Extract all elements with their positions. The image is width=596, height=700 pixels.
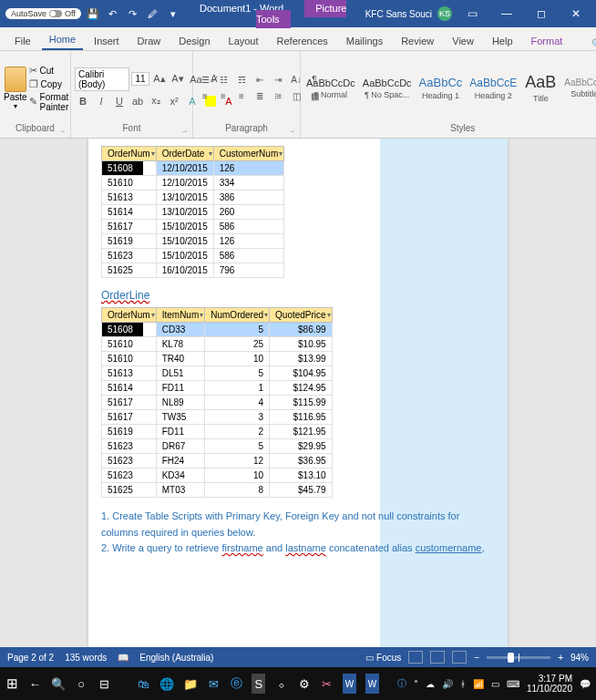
style-tile[interactable]: AaBbCcHeading 1	[417, 72, 465, 104]
close-button[interactable]: ✕	[561, 1, 591, 26]
table-row[interactable]: 5161012/10/2015334	[102, 176, 284, 190]
account-name[interactable]: KFC Sans Souci	[365, 9, 432, 19]
column-header[interactable]: QuotedPrice▾	[270, 308, 333, 323]
underline-button[interactable]: U	[111, 93, 128, 109]
table-row[interactable]: 5161413/10/2015260	[102, 205, 284, 220]
styles-gallery[interactable]: AaBbCcDc¶ NormalAaBbCcDc¶ No Spac...AaBb…	[304, 69, 596, 107]
column-header[interactable]: OrderNum▾	[102, 147, 157, 161]
network-icon[interactable]: 📶	[473, 679, 484, 689]
multilevel-icon[interactable]: ☶	[233, 73, 250, 88]
table-row[interactable]: 51625MT038$45.79	[102, 483, 333, 498]
store-icon[interactable]: 🛍	[137, 674, 150, 694]
table-row[interactable]: 51623DR675$29.95	[102, 439, 333, 454]
table-row[interactable]: 51617TW353$116.95	[102, 410, 333, 425]
column-header[interactable]: NumOrdered▾	[205, 308, 270, 323]
minimize-button[interactable]: —	[492, 1, 521, 26]
table-row[interactable]: 51613DL515$104.95	[102, 366, 333, 381]
style-tile[interactable]: AaBTitle	[522, 69, 559, 107]
copy-button[interactable]: Copy	[29, 78, 69, 90]
accessibility-icon[interactable]: 🖉	[145, 5, 161, 22]
back-icon[interactable]: ←	[28, 674, 42, 694]
column-header[interactable]: OrderDate▾	[156, 147, 213, 161]
tab-references[interactable]: References	[270, 32, 335, 50]
tray-help-icon[interactable]: ⓘ	[397, 677, 406, 690]
document-area[interactable]: OrderNum▾OrderDate▾CustomerNum▾5160812/1…	[0, 139, 596, 647]
table-row[interactable]: 5162516/10/2015796	[102, 263, 284, 278]
spellcheck-icon[interactable]: 📖	[118, 653, 128, 663]
align-left-icon[interactable]: ≡	[197, 89, 213, 104]
tab-layout[interactable]: Layout	[221, 32, 266, 50]
line-spacing-icon[interactable]: ⁝≡	[270, 89, 286, 104]
numbering-icon[interactable]: ☷	[215, 73, 231, 88]
tab-draw[interactable]: Draw	[130, 32, 169, 50]
bold-button[interactable]: B	[75, 93, 91, 109]
keyboard-icon[interactable]: ⌨	[507, 679, 519, 689]
table-row[interactable]: 51610TR4010$13.99	[102, 352, 333, 366]
style-tile[interactable]: AaBbCcDc¶ No Spac...	[361, 74, 414, 103]
start-button[interactable]: ⊞	[5, 674, 19, 694]
column-header[interactable]: ItemNum▾	[156, 308, 205, 323]
battery-icon[interactable]: ▭	[491, 679, 499, 689]
account-avatar[interactable]: KS	[437, 6, 452, 21]
table-row[interactable]: 5161915/10/2015126	[102, 234, 284, 249]
shrink-font-icon[interactable]: A▾	[170, 71, 186, 88]
settings-icon[interactable]: ⚙	[297, 674, 311, 694]
table-row[interactable]: 51614FD111$124.95	[102, 381, 333, 396]
word-count[interactable]: 135 words	[65, 653, 107, 663]
format-painter-button[interactable]: Format Painter	[29, 92, 69, 112]
tab-review[interactable]: Review	[394, 32, 441, 50]
orderline-table[interactable]: OrderNum▾ItemNum▾NumOrdered▾QuotedPrice▾…	[101, 307, 333, 498]
maximize-button[interactable]: ◻	[527, 1, 556, 26]
tab-home[interactable]: Home	[42, 30, 83, 50]
zoom-in-icon[interactable]: +	[558, 653, 563, 663]
tab-file[interactable]: File	[7, 32, 38, 50]
notifications-icon[interactable]: 💬	[580, 679, 591, 689]
table-row[interactable]: 51619FD112$121.95	[102, 425, 333, 439]
style-tile[interactable]: AaBbCcDc¶ Normal	[304, 74, 357, 103]
web-layout-icon[interactable]	[452, 651, 467, 664]
indent-icon[interactable]: ⇥	[270, 73, 286, 88]
strikethrough-button[interactable]: ab	[129, 93, 146, 109]
read-mode-icon[interactable]	[408, 651, 423, 664]
table-row[interactable]: 5161313/10/2015386	[102, 190, 284, 205]
font-name-select[interactable]: Calibri (Body)	[75, 67, 129, 91]
style-tile[interactable]: AaBbCcEHeading 2	[468, 73, 519, 104]
tab-help[interactable]: Help	[485, 32, 520, 50]
tab-view[interactable]: View	[445, 32, 481, 50]
orders-table[interactable]: OrderNum▾OrderDate▾CustomerNum▾5160812/1…	[101, 146, 284, 278]
search-taskbar-icon[interactable]: 🔍	[51, 674, 66, 694]
column-header[interactable]: OrderNum▾	[102, 308, 157, 323]
table-row[interactable]: 5162315/10/2015586	[102, 249, 284, 263]
zoom-slider[interactable]	[487, 656, 550, 659]
zoom-level[interactable]: 94%	[570, 653, 589, 663]
explorer-icon[interactable]: 📁	[183, 674, 198, 694]
cortana-icon[interactable]: ○	[75, 674, 88, 694]
bluetooth-icon[interactable]: ᚼ	[460, 679, 466, 689]
table-row[interactable]: 51617NL894$115.99	[102, 396, 333, 410]
tray-up-icon[interactable]: ˄	[414, 679, 418, 689]
dropbox-icon[interactable]: ⬦	[274, 674, 288, 694]
tab-insert[interactable]: Insert	[87, 32, 127, 50]
ribbon-options-icon[interactable]: ▭	[457, 1, 487, 26]
bullets-icon[interactable]: ☰	[197, 73, 213, 88]
table-row[interactable]: 51610KL7825$10.95	[102, 337, 333, 352]
table-row[interactable]: 51623FH2412$36.95	[102, 454, 333, 468]
subscript-button[interactable]: x₂	[148, 93, 164, 109]
volume-icon[interactable]: 🔊	[442, 679, 453, 689]
edge-icon[interactable]: ⓔ	[230, 674, 243, 694]
align-center-icon[interactable]: ≡	[215, 89, 231, 104]
autosave-toggle[interactable]: AutoSave Off	[5, 8, 81, 19]
table-row[interactable]: 5161715/10/2015586	[102, 220, 284, 234]
onedrive-icon[interactable]: ☁	[426, 679, 435, 689]
table-row[interactable]: 5160812/10/2015126	[102, 161, 284, 176]
search-box[interactable]: 🔍 Search	[591, 38, 596, 50]
undo-icon[interactable]: ↶	[105, 5, 121, 22]
zoom-out-icon[interactable]: −	[474, 653, 479, 663]
snip-icon[interactable]: ✂	[320, 674, 334, 694]
outdent-icon[interactable]: ⇤	[252, 73, 268, 88]
justify-icon[interactable]: ≣	[252, 89, 268, 104]
word2-icon[interactable]: W	[365, 674, 379, 694]
superscript-button[interactable]: x²	[166, 93, 182, 109]
table-row[interactable]: 51608CD335$86.99	[102, 323, 333, 337]
print-layout-icon[interactable]	[430, 651, 445, 664]
